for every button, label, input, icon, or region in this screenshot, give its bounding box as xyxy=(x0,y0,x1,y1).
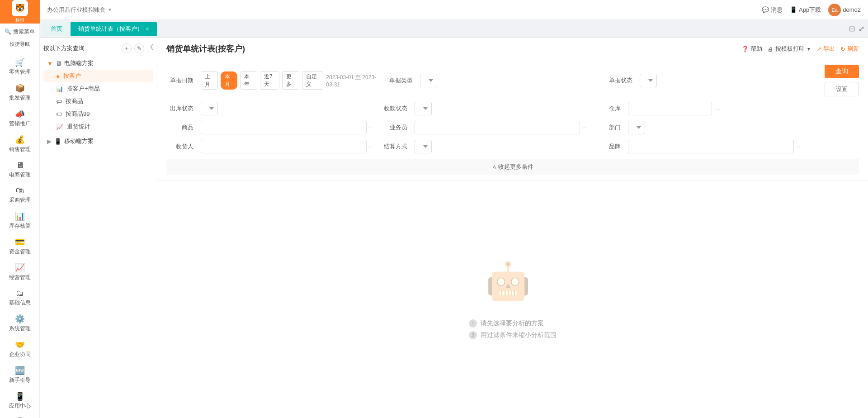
date-btn-7days[interactable]: 近7天 xyxy=(260,71,279,90)
salesperson-input[interactable] xyxy=(415,121,580,134)
scheme-item-by-customer[interactable]: ● 按客户 xyxy=(43,70,153,82)
right-content: 销货单统计表(按客户) ❓ 帮助 🖨 按模板打印 ▼ ↗ 导出 xyxy=(157,38,868,418)
brand-more-icon[interactable]: ··· xyxy=(796,143,800,150)
retail-icon: 🛒 xyxy=(15,57,25,67)
sidebar-item-basic[interactable]: 🗂 基础信息 xyxy=(0,285,40,310)
scheme-category-pc-header[interactable]: ▼ 🖥 电脑端方案 xyxy=(43,57,153,70)
date-btn-this-month[interactable]: 本月 xyxy=(221,71,238,90)
finance-icon: 💳 xyxy=(15,237,25,247)
collapse-more-btn[interactable]: ∧ 收起更多条件 xyxy=(166,159,859,175)
date-btn-this-year[interactable]: 本年 xyxy=(240,71,257,90)
marketing-icon: 📣 xyxy=(15,109,25,119)
category-expand-icon: ▼ xyxy=(47,60,53,67)
receipt-status-select[interactable] xyxy=(415,102,432,115)
main-area: 办公用品行业模拟账套 ▼ 💬 消息 📱 App下载 Ea demo2 首页 xyxy=(40,0,868,418)
scheme-item-icon-goods: 🏷 xyxy=(56,98,62,105)
department-select[interactable] xyxy=(628,121,645,134)
doc-type-select[interactable] xyxy=(420,74,437,87)
sidebar-item-operation[interactable]: 📈 经营管理 xyxy=(0,259,40,285)
export-icon: ↗ xyxy=(816,46,821,52)
refresh-btn[interactable]: ↻ 刷新 xyxy=(840,45,859,53)
avatar-text: Ea xyxy=(832,7,838,13)
out-status-select[interactable] xyxy=(201,102,218,115)
scheme-item-by-goods99[interactable]: 🏷 按商品99 xyxy=(43,108,153,120)
empty-state: 🤖 1 请先选择要分析的方案 2 用过滤条件来缩小分析范围 xyxy=(157,180,868,418)
scheme-panel: 按以下方案查询 + ✎ 《 ▼ 🖥 电脑端方案 ● 按客户 xyxy=(40,38,157,418)
sidebar-item-ecommerce[interactable]: 🖥 电商管理 xyxy=(0,157,40,182)
tab-maximize-icon[interactable]: ⤢ xyxy=(859,24,864,33)
scheme-edit-btn[interactable]: ✎ xyxy=(134,43,144,53)
sidebar-item-purchase[interactable]: 🛍 采购管理 xyxy=(0,182,40,208)
help-btn[interactable]: ❓ 帮助 xyxy=(741,45,762,53)
sidebar-item-enterprise[interactable]: 🤝 企业协同 xyxy=(0,336,40,362)
sidebar-item-sales[interactable]: 💰 销售管理 xyxy=(0,131,40,157)
doc-status-label: 单据状态 xyxy=(605,76,632,85)
tab-close-icon[interactable]: × xyxy=(146,25,149,33)
avatar: Ea xyxy=(828,4,841,16)
scheme-item-return-stat[interactable]: 📈 退货统计 xyxy=(43,120,153,133)
goods-input[interactable] xyxy=(201,121,367,134)
page-actions: ❓ 帮助 🖨 按模板打印 ▼ ↗ 导出 ↻ 刷新 xyxy=(741,45,859,53)
sidebar-label-sales: 销售管理 xyxy=(9,146,31,153)
sidebar-label-basic: 基础信息 xyxy=(9,299,31,307)
sidebar-search[interactable]: 🔍 搜索菜单 xyxy=(5,24,34,38)
sidebar-label-system: 系统管理 xyxy=(9,325,31,332)
scheme-collapse-btn[interactable]: 《 xyxy=(147,43,153,53)
sidebar-quicknav[interactable]: 快捷导航 xyxy=(10,38,30,50)
app-download-btn[interactable]: 📱 App下载 xyxy=(790,6,821,14)
scheme-item-by-goods[interactable]: 🏷 按商品 xyxy=(43,95,153,108)
date-label: 单据日期 xyxy=(166,76,193,85)
tab-home[interactable]: 首页 xyxy=(43,22,70,36)
sidebar-item-finance[interactable]: 💳 资金管理 xyxy=(0,233,40,259)
newuser-icon: 🆕 xyxy=(15,366,25,375)
brand-input[interactable] xyxy=(628,140,794,153)
scheme-add-btn[interactable]: + xyxy=(122,43,132,53)
hint-num-2: 2 xyxy=(469,331,477,339)
date-btn-last-month[interactable]: 上月 xyxy=(201,71,218,90)
date-btn-custom[interactable]: 自定义 xyxy=(302,71,324,90)
sidebar: 🐯 标报 🔍 搜索菜单 快捷导航 🛒 零售管理 📦 批发管理 📣 营销推广 💰 … xyxy=(0,0,40,418)
salesperson-more-icon[interactable]: ··· xyxy=(582,124,586,131)
warehouse-more-icon[interactable]: ··· xyxy=(716,106,720,112)
sidebar-item-wholesale[interactable]: 📦 批发管理 xyxy=(0,80,40,105)
query-button[interactable]: 查询 xyxy=(825,65,859,78)
sidebar-label-newuser: 新手引导 xyxy=(9,376,31,384)
sidebar-label-marketing: 营销推广 xyxy=(9,120,31,128)
sidebar-item-wechat[interactable]: 💬 企业微信 xyxy=(0,413,40,418)
empty-hint-2: 2 用过滤条件来缩小分析范围 xyxy=(469,331,557,339)
settings-button[interactable]: 设置 xyxy=(825,82,859,96)
warehouse-input[interactable] xyxy=(628,102,712,115)
message-btn[interactable]: 💬 消息 xyxy=(762,6,783,14)
scheme-item-by-customer-goods[interactable]: 📊 按客户+商品 xyxy=(43,82,153,95)
refresh-icon: ↻ xyxy=(840,46,845,52)
sidebar-item-retail[interactable]: 🛒 零售管理 xyxy=(0,54,40,80)
scheme-item-icon-cg: 📊 xyxy=(56,86,63,92)
enterprise-icon: 🤝 xyxy=(15,340,25,350)
scheme-item-label-cg: 按客户+商品 xyxy=(67,85,100,93)
sidebar-item-system[interactable]: ⚙️ 系统管理 xyxy=(0,310,40,336)
export-btn[interactable]: ↗ 导出 xyxy=(816,45,835,53)
tab-sales-stat[interactable]: 销货单统计表（按客户） × xyxy=(71,22,157,36)
sidebar-item-marketing[interactable]: 📣 营销推广 xyxy=(0,105,40,131)
sidebar-label-wholesale: 批发管理 xyxy=(9,94,31,102)
empty-hints: 1 请先选择要分析的方案 2 用过滤条件来缩小分析范围 xyxy=(469,319,557,339)
sidebar-item-newuser[interactable]: 🆕 新手引导 xyxy=(0,362,40,388)
date-btn-more[interactable]: 更多 xyxy=(282,71,299,90)
receiver-input[interactable] xyxy=(201,140,367,153)
template-print-btn[interactable]: 🖨 按模板打印 ▼ xyxy=(768,45,811,53)
goods-more-icon[interactable]: ··· xyxy=(368,124,373,131)
settlement-select[interactable] xyxy=(415,140,432,153)
doc-status-select[interactable] xyxy=(640,74,657,87)
dropdown-arrow-icon: ▼ xyxy=(108,7,112,12)
scheme-category-mobile-header[interactable]: ▶ 📱 移动端方案 xyxy=(43,135,153,147)
scheme-category-pc: ▼ 🖥 电脑端方案 ● 按客户 📊 按客户+商品 🏷 按商品 🏷 xyxy=(43,57,153,133)
account-name: 办公用品行业模拟账套 xyxy=(47,6,106,14)
account-dropdown[interactable]: 办公用品行业模拟账套 ▼ xyxy=(47,6,112,14)
sidebar-item-inventory[interactable]: 📊 库存核算 xyxy=(0,208,40,233)
user-profile-btn[interactable]: Ea demo2 xyxy=(828,4,861,16)
sidebar-item-appcenter[interactable]: 📱 应用中心 xyxy=(0,388,40,413)
tab-restore-icon[interactable]: ⊡ xyxy=(849,24,855,33)
receiver-more-icon[interactable]: ··· xyxy=(368,143,373,150)
hint-num-1: 1 xyxy=(469,319,477,328)
sidebar-label-ecommerce: 电商管理 xyxy=(9,171,31,179)
